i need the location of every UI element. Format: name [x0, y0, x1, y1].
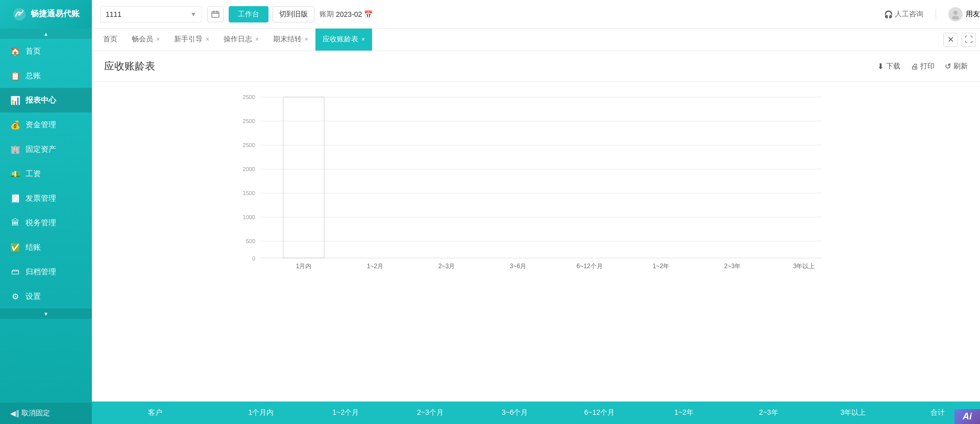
- sidebar-label-settings: 设置: [26, 292, 41, 301]
- user-area[interactable]: 用友: [948, 7, 980, 21]
- chart-container: 2500 2500 2500 2000 1500 1000 500 0: [92, 82, 980, 402]
- sidebar: ▲ 🏠 首页 📋 总账 📊 报表中心 💰 资金管理 🏢 固定资产 💵 工资 🧾 …: [0, 29, 92, 424]
- col-2-3m: 2~3个月: [388, 408, 473, 417]
- headset-icon: 🎧: [884, 10, 893, 18]
- svg-point-3: [953, 11, 958, 15]
- tab-ar-aging-close[interactable]: ×: [361, 36, 365, 43]
- svg-rect-2: [212, 12, 219, 17]
- version-button[interactable]: 切到旧版: [273, 6, 314, 22]
- sidebar-label-checkout: 结账: [26, 243, 41, 252]
- checkout-icon: ✅: [10, 242, 20, 252]
- svg-rect-25: [426, 178, 467, 258]
- sidebar-item-settings[interactable]: ⚙ 设置: [0, 284, 92, 309]
- col-1-2y: 1~2年: [642, 408, 726, 417]
- user-name: 用友: [966, 10, 980, 19]
- svg-text:2~3月: 2~3月: [438, 263, 455, 270]
- sidebar-item-fund[interactable]: 💰 资金管理: [0, 112, 92, 137]
- sidebar-item-tax[interactable]: 🏛 税务管理: [0, 210, 92, 235]
- sidebar-pin-toggle[interactable]: ◀‖ 取消固定: [0, 403, 92, 424]
- company-dropdown-icon: ▼: [190, 11, 197, 18]
- sidebar-scroll-up[interactable]: ▲: [0, 29, 92, 39]
- logo: 畅捷通易代账: [0, 0, 92, 29]
- svg-text:1~2月: 1~2月: [367, 263, 383, 270]
- col-customer: 客户: [92, 408, 219, 417]
- col-3yplus: 3年以上: [811, 408, 896, 417]
- tab-oplog-close[interactable]: ×: [255, 36, 259, 43]
- tab-member-close[interactable]: ×: [156, 36, 160, 43]
- pin-label: 取消固定: [21, 409, 50, 418]
- svg-text:1500: 1500: [243, 190, 255, 196]
- sidebar-item-salary[interactable]: 💵 工资: [0, 161, 92, 186]
- sidebar-item-asset[interactable]: 🏢 固定资产: [0, 137, 92, 161]
- header-divider: [936, 9, 936, 19]
- company-selector[interactable]: 1111 ▼: [100, 6, 202, 22]
- print-label: 打印: [920, 62, 935, 71]
- tab-period-end-close[interactable]: ×: [305, 36, 308, 43]
- sidebar-item-invoice[interactable]: 🧾 发票管理: [0, 186, 92, 210]
- page-header: 应收账龄表 ⬇ 下载 🖨 打印 ↺ 刷新: [92, 51, 980, 82]
- tab-oplog-label: 操作日志: [224, 35, 252, 44]
- sidebar-item-archive[interactable]: 🗃 归档管理: [0, 260, 92, 284]
- sidebar-scroll-down[interactable]: ▼: [0, 309, 92, 319]
- tab-ar-aging-label: 应收账龄表: [323, 35, 358, 44]
- archive-button[interactable]: [207, 6, 224, 22]
- tab-ar-aging[interactable]: 应收账龄表 ×: [315, 29, 372, 51]
- svg-text:3年以上: 3年以上: [793, 263, 815, 270]
- tab-member[interactable]: 畅会员 ×: [125, 29, 167, 51]
- tab-expand-button[interactable]: ⛶: [962, 33, 976, 47]
- asset-icon: 🏢: [10, 144, 20, 154]
- calendar-icon[interactable]: 📅: [364, 10, 373, 18]
- fund-icon: 💰: [10, 120, 20, 130]
- period-area: 账期 2023-02 📅: [320, 10, 373, 19]
- download-icon: ⬇: [877, 62, 884, 71]
- period-label: 账期: [320, 10, 334, 19]
- sidebar-item-ledger[interactable]: 📋 总账: [0, 63, 92, 88]
- tab-period-end-label: 期末结转: [273, 35, 302, 44]
- report-icon: 📊: [10, 95, 20, 105]
- print-button[interactable]: 🖨 打印: [911, 62, 935, 71]
- svg-text:1000: 1000: [243, 214, 255, 220]
- page-actions: ⬇ 下载 🖨 打印 ↺ 刷新: [877, 62, 968, 71]
- col-1m: 1个月内: [219, 408, 304, 417]
- col-6-12m: 6~12个月: [557, 408, 642, 417]
- svg-text:1月内: 1月内: [296, 263, 312, 270]
- sidebar-item-report[interactable]: 📊 报表中心: [0, 88, 92, 112]
- tab-close-button[interactable]: ✕: [943, 33, 958, 47]
- svg-rect-24: [355, 178, 396, 258]
- svg-text:6~12个月: 6~12个月: [576, 263, 602, 270]
- refresh-label: 刷新: [953, 62, 968, 71]
- tax-icon: 🏛: [10, 218, 20, 228]
- svg-point-1: [18, 13, 20, 15]
- refresh-button[interactable]: ↺ 刷新: [945, 62, 968, 71]
- sidebar-label-report: 报表中心: [26, 96, 56, 105]
- tab-guide[interactable]: 新手引导 ×: [167, 29, 216, 51]
- invoice-icon: 🧾: [10, 193, 20, 203]
- svg-text:0: 0: [252, 255, 255, 262]
- tab-member-label: 畅会员: [132, 35, 153, 44]
- consult-button[interactable]: 🎧 人工咨询: [884, 10, 923, 19]
- pin-icon: ◀‖: [10, 409, 19, 417]
- download-button[interactable]: ⬇ 下载: [877, 62, 900, 71]
- tabs-bar: 首页 畅会员 × 新手引导 × 操作日志 × 期末结转 × 应收账龄表 ×: [92, 29, 980, 51]
- workbench-button[interactable]: 工作台: [229, 6, 268, 22]
- sidebar-item-home[interactable]: 🏠 首页: [0, 39, 92, 63]
- salary-icon: 💵: [10, 169, 20, 179]
- sidebar-item-checkout[interactable]: ✅ 结账: [0, 235, 92, 260]
- refresh-icon: ↺: [945, 62, 951, 71]
- tab-period-end[interactable]: 期末结转 ×: [266, 29, 315, 51]
- col-3-6m: 3~6个月: [473, 408, 557, 417]
- tab-oplog[interactable]: 操作日志 ×: [216, 29, 266, 51]
- svg-text:3~6月: 3~6月: [510, 263, 526, 270]
- svg-rect-30: [783, 191, 824, 258]
- tab-guide-label: 新手引导: [174, 35, 203, 44]
- ai-badge: Ai: [954, 409, 980, 424]
- svg-point-4: [952, 16, 959, 19]
- ledger-icon: 📋: [10, 70, 20, 81]
- col-2-3y: 2~3年: [726, 408, 811, 417]
- table-header: 客户 1个月内 1~2个月 2~3个月 3~6个月 6~12个月 1~2年 2~…: [92, 402, 980, 424]
- tab-guide-close[interactable]: ×: [206, 36, 209, 43]
- sidebar-label-asset: 固定资产: [26, 145, 56, 154]
- svg-text:2000: 2000: [243, 166, 255, 172]
- tab-home[interactable]: 首页: [96, 29, 125, 51]
- sidebar-label-invoice: 发票管理: [26, 194, 56, 203]
